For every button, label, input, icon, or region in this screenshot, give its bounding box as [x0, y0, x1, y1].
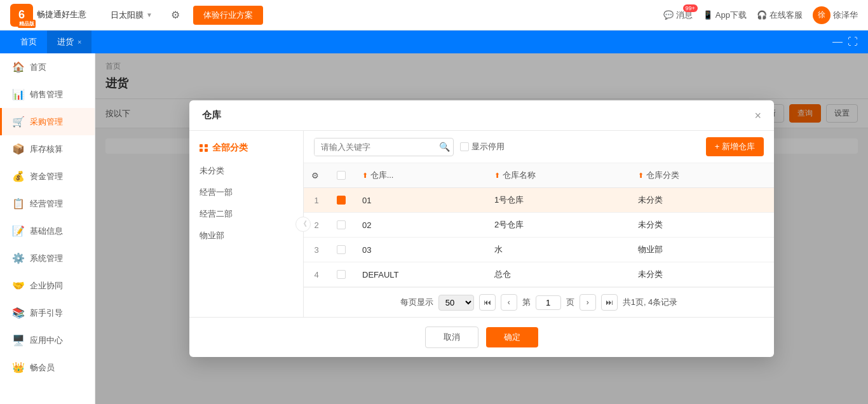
left-panel: 全部分类 未分类 经营一部 经营二部 物业部	[189, 131, 304, 317]
page-number-input[interactable]	[536, 295, 561, 310]
show-disabled-checkbox[interactable]: 显示停用	[460, 141, 505, 152]
inventory-icon: 📦	[12, 143, 25, 155]
nav-tabs: 首页 进货 × — ⛶	[0, 30, 868, 53]
row-name: 1号仓库	[487, 188, 630, 213]
sidebar-item-member[interactable]: 👑 畅会员	[0, 354, 95, 381]
sort-icon-category: ⬆	[638, 172, 644, 179]
next-page-button[interactable]: ›	[580, 294, 596, 311]
sidebar-item-operations[interactable]: 📋 经营管理	[0, 190, 95, 217]
message-action[interactable]: 💬 消息 99+	[663, 10, 693, 21]
logo-badge: 精品版	[18, 20, 36, 28]
row-checkbox-cell[interactable]	[329, 213, 355, 238]
search-input[interactable]	[315, 138, 434, 156]
collapse-panel-button[interactable]: 《	[295, 217, 311, 232]
sidebar-item-basic-info[interactable]: 📝 基础信息	[0, 217, 95, 245]
all-category-item[interactable]: 全部分类	[189, 138, 303, 160]
row-code: 02	[355, 213, 487, 238]
sidebar-item-inventory[interactable]: 📦 库存核算	[0, 135, 95, 163]
maximize-icon[interactable]: ⛶	[848, 36, 858, 48]
operations-icon: 📋	[12, 198, 25, 210]
sales-icon: 📊	[12, 88, 25, 100]
last-page-button[interactable]: ⏭	[601, 294, 618, 311]
minimize-icon[interactable]: —	[832, 36, 843, 48]
add-warehouse-button[interactable]: + 新增仓库	[706, 137, 764, 156]
tab-home[interactable]: 首页	[10, 30, 47, 53]
row-category: 未分类	[630, 213, 774, 238]
sort-icon-name: ⬆	[494, 172, 500, 179]
avatar: 徐	[813, 6, 831, 24]
content-area: 首页 进货 按以下 🖨 印 ↗ 导出 ↻ 刷新 查询 设置 仓库	[95, 53, 868, 404]
trial-button[interactable]: 体验行业方案	[193, 6, 263, 25]
header-center: 日太阳膜 ▼ ⚙ 体验行业方案	[105, 5, 663, 25]
row-checkbox-cell[interactable]	[329, 262, 355, 287]
table-row[interactable]: 3 03 水 物业部	[304, 238, 774, 262]
settings-icon-btn[interactable]: ⚙	[165, 5, 186, 25]
top-header: 6 精品版 畅捷通好生意 日太阳膜 ▼ ⚙ 体验行业方案 💬 消息 99+ 📱 …	[0, 0, 868, 30]
row-name: 水	[487, 238, 630, 262]
sidebar-item-enterprise[interactable]: 🤝 企业协同	[0, 272, 95, 299]
table-row[interactable]: 2 02 2号仓库 未分类	[304, 213, 774, 238]
basic-info-icon: 📝	[12, 225, 25, 237]
system-icon: ⚙️	[12, 252, 25, 264]
sidebar-item-finance[interactable]: 💰 资金管理	[0, 163, 95, 190]
per-page-select[interactable]: 50 100	[438, 295, 474, 311]
cancel-button[interactable]: 取消	[425, 327, 478, 348]
home-icon: 🏠	[12, 61, 25, 73]
table-row[interactable]: 4 DEFAULT 总仓 未分类	[304, 262, 774, 287]
user-area[interactable]: 徐 徐泽华	[813, 6, 858, 24]
row-name: 总仓	[487, 262, 630, 287]
col-checkbox	[329, 163, 355, 188]
message-badge: 99+	[683, 4, 698, 12]
first-page-button[interactable]: ⏮	[479, 294, 496, 311]
modal-overlay: 仓库 × 全部分类	[95, 53, 868, 404]
header-right: 💬 消息 99+ 📱 App下载 🎧 在线客服 徐 徐泽华	[663, 6, 858, 24]
main-layout: 🏠 首页 📊 销售管理 🛒 采购管理 📦 库存核算 💰 资金管理 📋 经营管理 …	[0, 53, 868, 404]
category-item-ops2[interactable]: 经营二部	[189, 203, 303, 225]
table-header-row: ⚙ ⬆ 仓库...	[304, 163, 774, 188]
logo-text: 畅捷通好生意	[37, 10, 86, 20]
headphone-icon: 🎧	[757, 10, 767, 20]
sidebar: 🏠 首页 📊 销售管理 🛒 采购管理 📦 库存核算 💰 资金管理 📋 经营管理 …	[0, 53, 95, 404]
modal-close-button[interactable]: ×	[754, 110, 761, 121]
enterprise-icon: 🤝	[12, 279, 25, 292]
right-toolbar: 🔍 显示停用 + 新增仓库	[304, 131, 774, 163]
category-item-uncategorized[interactable]: 未分类	[189, 160, 303, 182]
online-service-action[interactable]: 🎧 在线客服	[757, 10, 803, 21]
tab-close-icon[interactable]: ×	[78, 38, 81, 46]
logo-icon: 6 精品版	[10, 4, 33, 27]
category-item-ops1[interactable]: 经营一部	[189, 182, 303, 203]
disabled-checkbox[interactable]	[460, 142, 469, 151]
sidebar-item-home[interactable]: 🏠 首页	[0, 53, 95, 81]
row-checkbox-cell[interactable]	[329, 238, 355, 262]
search-icon[interactable]: 🔍	[434, 142, 454, 152]
col-code: ⬆ 仓库...	[355, 163, 487, 188]
right-panel: 🔍 显示停用 + 新增仓库	[304, 131, 774, 317]
warehouse-modal: 仓库 × 全部分类	[189, 100, 774, 357]
phone-icon: 📱	[703, 10, 713, 20]
sort-icon: ⬆	[362, 172, 368, 179]
sidebar-item-app-center[interactable]: 🖥️ 应用中心	[0, 327, 95, 354]
row-code: 03	[355, 238, 487, 262]
store-selector[interactable]: 日太阳膜 ▼	[105, 7, 158, 24]
row-checkbox-cell[interactable]	[329, 188, 355, 213]
pagination: 每页显示 50 100 ⏮ ‹ 第 页 › ⏭ 共	[304, 287, 774, 317]
select-all-checkbox[interactable]	[337, 171, 346, 180]
app-download-action[interactable]: 📱 App下载	[703, 10, 747, 21]
table-row[interactable]: 1 01 1号仓库 未分类	[304, 188, 774, 213]
nav-tab-controls: — ⛶	[832, 36, 858, 48]
sidebar-item-purchase[interactable]: 🛒 采购管理	[0, 108, 95, 135]
sidebar-item-newbie[interactable]: 📚 新手引导	[0, 299, 95, 327]
row-category: 未分类	[630, 188, 774, 213]
row-num: 1	[304, 188, 329, 213]
row-code: 01	[355, 188, 487, 213]
prev-page-button[interactable]: ‹	[501, 294, 517, 311]
tab-purchase[interactable]: 进货 ×	[47, 30, 92, 53]
sidebar-item-system[interactable]: ⚙️ 系统管理	[0, 245, 95, 272]
category-item-property[interactable]: 物业部	[189, 225, 303, 246]
col-name: ⬆ 仓库名称	[487, 163, 630, 188]
row-num: 3	[304, 238, 329, 262]
sidebar-item-sales[interactable]: 📊 销售管理	[0, 81, 95, 108]
confirm-button[interactable]: 确定	[486, 327, 538, 347]
row-num: 4	[304, 262, 329, 287]
modal-title: 仓库	[202, 109, 221, 121]
